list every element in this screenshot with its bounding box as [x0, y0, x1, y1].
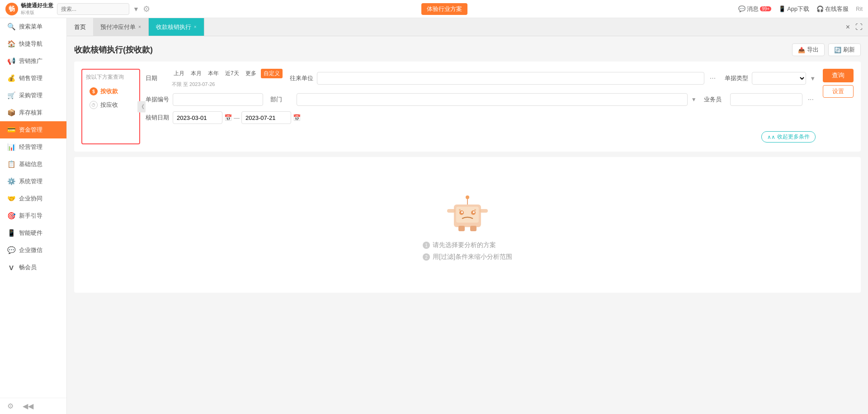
sidebar-item-quicknav[interactable]: 🏠 快捷导航	[0, 35, 66, 52]
date-to: 至 2023-07-26	[183, 81, 215, 87]
sidebar-label-quicknav: 快捷导航	[19, 40, 42, 48]
trading-unit-field: 往来单位 ···	[290, 72, 717, 85]
online-service-link[interactable]: 🎧 在线客服	[816, 5, 849, 13]
filter-option-by-receivable[interactable]: ⏱ 按应收	[86, 98, 136, 112]
trading-unit-input[interactable]	[317, 72, 704, 85]
clipboard-icon: 📋	[7, 160, 15, 168]
sidebar-label-system: 系统管理	[19, 177, 42, 186]
step-2-icon: 2	[423, 253, 430, 261]
more-conditions-section: ∧∧ 收起更多条件	[146, 129, 816, 144]
sidebar-item-finance[interactable]: 💳 资金管理	[0, 121, 66, 138]
filter-option-by-receipt[interactable]: $ 按收款	[86, 85, 136, 98]
date-shortcuts: 上月 本月 本年 近7天 更多 自定义	[172, 69, 283, 78]
settings-icon[interactable]: ⚙	[143, 4, 150, 14]
message-badge[interactable]: 💬 消息 99+	[738, 5, 771, 13]
sidebar-settings-icon[interactable]: ⚙	[7, 402, 14, 410]
verify-date-start-calendar-icon[interactable]: 📅	[224, 114, 232, 121]
bill-type-field: 单据类型 ▼	[725, 72, 816, 85]
chart-icon: 📊	[7, 143, 15, 151]
filter-sidebar-collapse-button[interactable]: 《	[137, 101, 146, 112]
sidebar-label-marketing: 营销推广	[19, 57, 42, 65]
more-conditions-button[interactable]: ∧∧ 收起更多条件	[761, 131, 816, 143]
settings-button[interactable]: 设置	[823, 85, 854, 98]
bill-no-input[interactable]	[173, 93, 263, 106]
svg-point-4	[461, 211, 463, 213]
tab-bar: 首页 预付冲应付单 × 收款核销执行 × × ⛶	[67, 18, 868, 36]
main-layout: 🔍 搜索菜单 🏠 快捷导航 📢 营销推广 💰 销售管理 🛒 采购管理 📦 库存核…	[0, 18, 868, 414]
date-label: 日期	[146, 74, 168, 82]
filter-actions: 查询 设置	[823, 69, 854, 144]
filter-row-3: 核销日期 📅 — 📅	[146, 111, 816, 124]
svg-rect-9	[480, 209, 488, 213]
tab-home[interactable]: 首页	[67, 18, 93, 36]
card-icon: 💳	[7, 126, 15, 134]
app-download-link[interactable]: 📱 App下载	[778, 5, 809, 13]
sidebar-label-sales: 销售管理	[19, 74, 42, 82]
filter-sidebar: 按以下方案查询 $ 按收款 ⏱ 按应收 《	[81, 69, 140, 144]
message-count: 99+	[760, 6, 771, 11]
verify-date-label: 核销日期	[146, 114, 169, 122]
message-icon: 💬	[738, 5, 745, 12]
query-button[interactable]: 查询	[823, 69, 854, 82]
sidebar-item-hardware[interactable]: 📱 智能硬件	[0, 224, 66, 242]
empty-tip-1: 1 请先选择要分析的方案	[423, 241, 512, 249]
sidebar-item-business[interactable]: 📊 经营管理	[0, 138, 66, 156]
tab-receipt-close[interactable]: ×	[194, 24, 197, 29]
empty-illustration	[443, 184, 492, 234]
industry-solution-button[interactable]: 体验行业方案	[421, 3, 467, 15]
refresh-button[interactable]: 🔄 刷新	[828, 43, 861, 56]
target-icon: 🎯	[7, 212, 15, 220]
verify-date-end-calendar-icon[interactable]: 📅	[293, 114, 301, 121]
this-month-btn[interactable]: 本月	[189, 69, 203, 78]
department-chevron-icon: ▼	[691, 96, 697, 103]
search-dropdown-icon[interactable]: ▼	[133, 5, 139, 13]
verify-date-start-input[interactable]	[173, 111, 222, 124]
svg-point-12	[459, 209, 461, 211]
filter-form: 日期 上月 本月 本年 近7天 更多 自定义	[146, 69, 854, 144]
tab-prepay[interactable]: 预付冲应付单 ×	[93, 18, 149, 36]
department-label: 部门	[270, 95, 293, 104]
app-logo: 畅 畅捷通好生意 标准版	[5, 2, 53, 16]
last-month-btn[interactable]: 上月	[172, 69, 186, 78]
sidebar-item-marketing[interactable]: 📢 营销推广	[0, 52, 66, 70]
salesperson-input[interactable]	[730, 93, 802, 106]
sidebar-item-search[interactable]: 🔍 搜索菜单	[0, 18, 66, 35]
sidebar-item-basic[interactable]: 📋 基础信息	[0, 156, 66, 173]
export-button[interactable]: 📤 导出	[792, 43, 825, 56]
sidebar-label-hardware: 智能硬件	[19, 229, 42, 237]
handshake-icon: 🤝	[7, 195, 15, 203]
svg-rect-11	[470, 226, 476, 231]
sidebar-item-wechat[interactable]: 💬 企业微信	[0, 242, 66, 259]
sidebar-item-purchase[interactable]: 🛒 采购管理	[0, 87, 66, 104]
tab-receipt[interactable]: 收款核销执行 ×	[149, 18, 204, 36]
receivable-icon: ⏱	[90, 101, 98, 109]
sidebar-item-inventory[interactable]: 📦 库存核算	[0, 104, 66, 121]
trading-unit-more-button[interactable]: ···	[708, 74, 717, 82]
sidebar-item-member[interactable]: V 畅会员	[0, 259, 66, 276]
tab-fullscreen-button[interactable]: ⛶	[854, 21, 864, 33]
app-download-label: App下载	[787, 5, 809, 13]
tab-close-button[interactable]: ×	[844, 21, 852, 33]
department-input[interactable]	[297, 93, 688, 106]
salesperson-more-button[interactable]: ···	[806, 95, 816, 104]
tab-prepay-close[interactable]: ×	[138, 24, 141, 29]
verify-date-end-input[interactable]	[241, 111, 291, 124]
sidebar-item-guide[interactable]: 🎯 新手引导	[0, 207, 66, 224]
sidebar-item-system[interactable]: ⚙️ 系统管理	[0, 173, 66, 190]
this-year-btn[interactable]: 本年	[206, 69, 221, 78]
date-shortcuts-group: 上月 本月 本年 近7天 更多 自定义 不限	[172, 69, 283, 88]
device-icon: 📱	[7, 229, 15, 237]
sidebar-label-inventory: 库存核算	[19, 109, 42, 117]
salesperson-field: 业务员 ···	[704, 93, 816, 106]
more-btn[interactable]: 更多	[244, 69, 258, 78]
sidebar-item-enterprise[interactable]: 🤝 企业协同	[0, 190, 66, 207]
bill-type-select[interactable]	[752, 72, 806, 85]
bill-no-field: 单据编号	[146, 93, 263, 106]
sidebar-collapse-icon[interactable]: ◀◀	[23, 402, 33, 410]
search-input[interactable]	[57, 3, 129, 15]
custom-btn[interactable]: 自定义	[261, 69, 283, 78]
app-name: 畅捷通好生意	[21, 2, 53, 10]
last-7days-btn[interactable]: 近7天	[223, 69, 241, 78]
sidebar-item-sales[interactable]: 💰 销售管理	[0, 70, 66, 87]
filter-option-receipt-label: 按收款	[100, 87, 118, 95]
